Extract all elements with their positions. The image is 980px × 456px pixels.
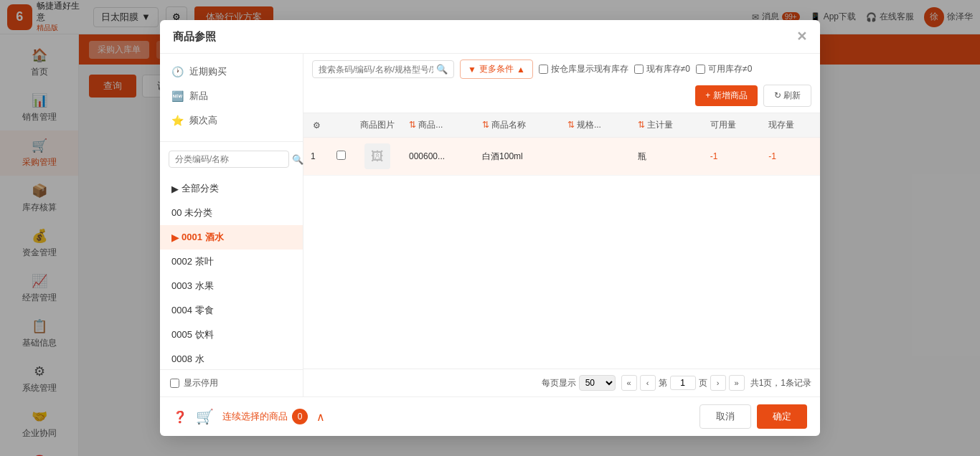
category-00[interactable]: 00 未分类 [160,201,303,225]
sort-icon-name: ⇅ [482,120,489,130]
recent-label: 近期购买 [189,65,227,78]
recent-icon: 🕐 [171,66,184,77]
category-0004-label: 0004 零食 [171,304,214,317]
confirm-button[interactable]: 确定 [757,404,807,429]
category-0008-label: 0008 水 [171,353,204,366]
left-nav-frequent[interactable]: ⭐ 频次高 [160,108,303,133]
refresh-product-button[interactable]: ↻ 刷新 [763,85,811,107]
frequent-icon: ⭐ [171,115,184,126]
category-all[interactable]: ▶ 全部分类 [160,176,303,201]
td-available: -1 [703,138,762,176]
pagination-bar: 每页显示 20 50 100 « ‹ 第 页 › [303,369,820,396]
modal-title: 商品参照 [173,30,216,44]
stock-ne0-checkbox[interactable] [634,65,644,74]
last-page-btn[interactable]: » [729,375,745,391]
checkbox-available-ne0: 可用库存≠0 [696,63,752,75]
th-check [329,113,353,138]
left-nav-new[interactable]: 🆕 新品 [160,84,303,108]
continuous-select-label: 连续选择的商品 [222,410,288,423]
checkbox-warehouse: 按仓库显示现有库存 [539,63,628,75]
category-0002[interactable]: 0002 茶叶 [160,250,303,274]
footer-actions: 取消 确定 [699,404,807,429]
modal-dialog: 商品参照 ✕ 🕐 近期购买 🆕 新品 ⭐ 频次高 [160,20,820,436]
modal-footer: ❓ 🛒 连续选择的商品 0 ∧ 取消 确定 [160,396,820,436]
product-search-input[interactable] [319,65,433,75]
page-label: 第 [659,377,667,389]
available-ne0-label[interactable]: 可用库存≠0 [708,63,752,75]
th-stock: 现存量 [761,113,820,138]
available-ne0-checkbox[interactable] [696,65,705,74]
sort-icon-spec: ⇅ [567,120,575,130]
category-0005[interactable]: 0005 饮料 [160,323,303,347]
cancel-button[interactable]: 取消 [699,404,751,429]
frequent-label: 频次高 [189,114,217,127]
show-disabled-label[interactable]: 显示停用 [184,377,218,389]
left-panel: 🕐 近期购买 🆕 新品 ⭐ 频次高 🔍 [160,54,303,396]
per-page-select: 每页显示 20 50 100 [542,375,616,391]
product-table-element: ⚙ 商品图片 ⇅ 商品... ⇅ 商品名称 ⇅ 规格.. [303,113,820,176]
filter-label: 更多条件 [479,63,514,75]
page-suffix: 页 [699,377,707,389]
left-nav: 🕐 近期购买 🆕 新品 ⭐ 频次高 [160,54,303,138]
category-0005-label: 0005 饮料 [171,328,214,341]
prev-page-btn[interactable]: ‹ [640,375,656,391]
warehouse-checkbox[interactable] [539,65,548,74]
th-settings[interactable]: ⚙ [303,113,329,138]
show-disabled-checkbox[interactable] [170,379,179,388]
td-check[interactable] [329,138,353,176]
category-search: 🔍 [160,145,312,174]
modal-overlay: 商品参照 ✕ 🕐 近期购买 🆕 新品 ⭐ 频次高 [0,0,980,456]
left-panel-divider [160,141,303,142]
category-0001-arrow: ▶ [171,232,179,243]
category-00-label: 00 未分类 [171,206,212,219]
category-0008[interactable]: 0008 水 [160,347,303,369]
category-search-input[interactable] [169,151,289,168]
th-image: 商品图片 [353,113,402,138]
next-page-btn[interactable]: › [710,375,726,391]
left-footer: 显示停用 [160,369,303,396]
filter-icon: ▼ [468,65,476,75]
category-all-label: 全部分类 [182,182,219,195]
continuous-select-count: 0 [292,409,308,424]
category-0001[interactable]: ▶ 0001 酒水 [160,225,303,250]
stock-ne0-label[interactable]: 现有库存≠0 [646,63,690,75]
left-nav-recent[interactable]: 🕐 近期购买 [160,60,303,84]
th-name[interactable]: ⇅ 商品名称 [475,113,560,138]
td-name: 白酒100ml [475,138,560,176]
td-spec [560,138,631,176]
category-0001-label: 0001 酒水 [182,231,224,244]
row-checkbox[interactable] [336,151,346,160]
new-icon: 🆕 [171,90,184,102]
th-spec[interactable]: ⇅ 规格... [560,113,631,138]
product-search-box: 🔍 [312,60,454,78]
new-label: 新品 [189,90,208,103]
warehouse-label[interactable]: 按仓库显示现有库存 [551,63,628,75]
filter-collapse-icon: ▲ [517,65,525,75]
per-page-label: 每页显示 [542,377,576,389]
td-unit: 瓶 [631,138,703,176]
product-search-icon[interactable]: 🔍 [436,64,448,75]
td-stock: -1 [761,138,820,176]
modal-close-button[interactable]: ✕ [796,29,807,44]
category-search-icon[interactable]: 🔍 [292,154,303,165]
footer-collapse-btn[interactable]: ∧ [316,410,325,424]
cart-icon[interactable]: 🛒 [196,408,214,425]
first-page-btn[interactable]: « [621,375,637,391]
page-input[interactable] [670,376,696,390]
th-unit[interactable]: ⇅ 主计量 [631,113,703,138]
checkbox-stock-ne0: 现有库存≠0 [634,63,690,75]
table-header-row: ⚙ 商品图片 ⇅ 商品... ⇅ 商品名称 ⇅ 规格.. [303,113,820,138]
modal-body: 🕐 近期购买 🆕 新品 ⭐ 频次高 🔍 [160,54,820,396]
modal-header: 商品参照 ✕ [160,20,820,54]
help-icon[interactable]: ❓ [173,410,187,424]
table-row[interactable]: 1 🖼 000600... 白酒100ml 瓶 [303,138,820,176]
category-0003[interactable]: 0003 水果 [160,274,303,298]
td-index: 1 [303,138,329,176]
th-code[interactable]: ⇅ 商品... [402,113,475,138]
filter-button[interactable]: ▼ 更多条件 ▲ [460,60,533,79]
category-all-arrow: ▶ [171,184,179,194]
add-product-button[interactable]: + 新增商品 [695,85,757,106]
th-available: 可用量 [703,113,762,138]
per-page-dropdown[interactable]: 20 50 100 [579,375,616,391]
category-0004[interactable]: 0004 零食 [160,298,303,323]
